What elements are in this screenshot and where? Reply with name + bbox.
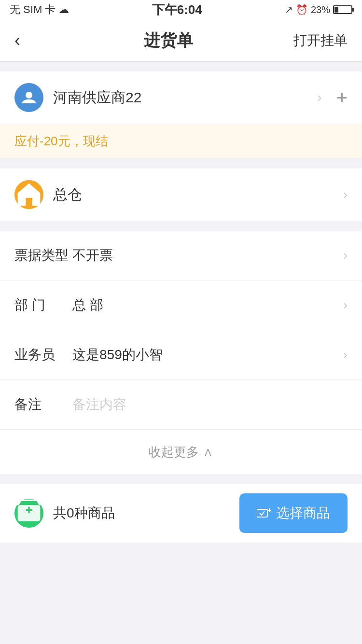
- supplier-avatar: [14, 83, 43, 112]
- section-gap-2: [0, 159, 362, 168]
- invoice-type-row[interactable]: 票据类型 不开票 ›: [0, 231, 362, 280]
- sim-signal: 无 SIM 卡 ☁: [10, 2, 69, 17]
- open-pending-button[interactable]: 打开挂单: [293, 31, 348, 50]
- invoice-type-label: 票据类型: [14, 246, 72, 265]
- location-icon: ↗: [285, 4, 293, 15]
- user-icon: [20, 89, 38, 106]
- alarm-icon: ⏰: [296, 4, 308, 15]
- status-bar: 无 SIM 卡 ☁ 下午6:04 ↗ ⏰ 23%: [0, 0, 362, 19]
- add-supplier-button[interactable]: +: [336, 87, 348, 109]
- home-icon: [14, 180, 43, 209]
- supplier-name: 河南供应商22: [53, 88, 317, 108]
- collapse-button[interactable]: 收起更多 ∧: [0, 430, 362, 474]
- warehouse-row[interactable]: 总仓 ›: [0, 168, 362, 221]
- warehouse-arrow-icon: ›: [343, 187, 348, 202]
- battery-icon: [333, 5, 352, 14]
- section-gap-1: [0, 62, 362, 71]
- page-title: 进货单: [144, 29, 193, 52]
- department-value: 总 部: [72, 296, 343, 314]
- salesperson-arrow-icon: ›: [343, 347, 348, 363]
- svg-point-0: [26, 92, 32, 98]
- supplier-arrow-icon: ›: [317, 90, 321, 105]
- status-left: 无 SIM 卡 ☁: [10, 2, 69, 17]
- department-arrow-icon: ›: [343, 297, 348, 313]
- remark-row[interactable]: 备注 备注内容: [0, 380, 362, 430]
- select-product-button[interactable]: 选择商品: [239, 493, 348, 533]
- alert-banner: 应付-20元，现结: [0, 124, 362, 159]
- svg-rect-4: [257, 509, 267, 517]
- salesperson-value: 这是859的小智: [72, 346, 343, 364]
- select-product-icon: [257, 507, 271, 519]
- battery-percent: 23%: [311, 4, 330, 15]
- warehouse-section: 总仓 ›: [0, 168, 362, 221]
- warehouse-icon: [14, 180, 43, 209]
- nav-bar: ‹ 进货单 打开挂单: [0, 19, 362, 62]
- salesperson-row[interactable]: 业务员 这是859的小智 ›: [0, 330, 362, 380]
- back-button[interactable]: ‹: [14, 30, 43, 51]
- product-icon: [14, 499, 43, 528]
- supplier-row[interactable]: 河南供应商22 › +: [0, 71, 362, 124]
- remark-label: 备注: [14, 395, 72, 414]
- remark-placeholder: 备注内容: [72, 395, 348, 414]
- supplier-section: 河南供应商22 › + 应付-20元，现结: [0, 71, 362, 159]
- department-row[interactable]: 部 门 总 部 ›: [0, 280, 362, 330]
- cart-icon: [14, 499, 43, 528]
- invoice-type-value: 不开票: [72, 246, 343, 265]
- warehouse-name: 总仓: [53, 185, 343, 205]
- form-section: 票据类型 不开票 › 部 门 总 部 › 业务员 这是859的小智 › 备注 备…: [0, 231, 362, 474]
- product-count: 共0种商品: [53, 504, 230, 522]
- select-product-label: 选择商品: [276, 504, 330, 522]
- svg-rect-3: [28, 507, 29, 513]
- status-time: 下午6:04: [152, 1, 202, 18]
- product-bottom-section: 共0种商品 选择商品: [0, 484, 362, 543]
- department-label: 部 门: [14, 296, 72, 314]
- salesperson-label: 业务员: [14, 346, 72, 364]
- status-right: ↗ ⏰ 23%: [285, 4, 352, 15]
- invoice-type-arrow-icon: ›: [343, 248, 348, 263]
